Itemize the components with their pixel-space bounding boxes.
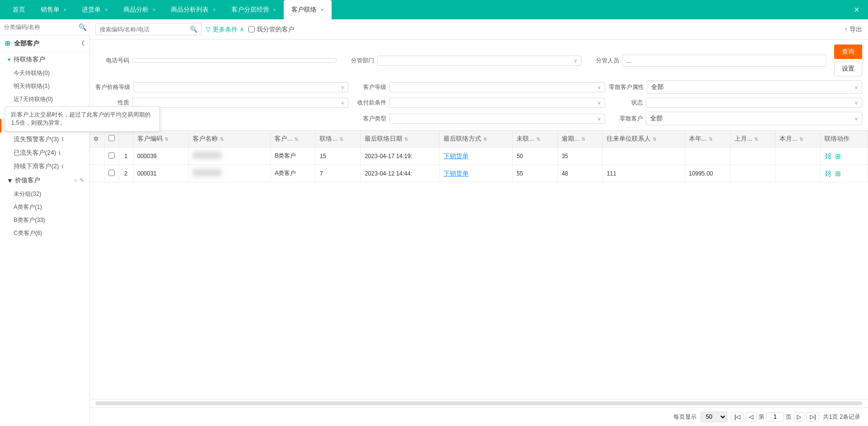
search-input[interactable] [100, 26, 188, 33]
sidebar-group-pending-title[interactable]: ▼ 待联络客户 [0, 52, 89, 67]
select-price-grade[interactable]: ∨ [133, 82, 349, 92]
nav-item-purchase[interactable]: 进货单 × [74, 0, 115, 19]
action-buttons-1: ⛓ ⊞ [824, 152, 864, 160]
action-icon-grid-2[interactable]: ⊞ [835, 170, 841, 177]
td-this-month-2 [776, 165, 821, 182]
th-last-contact-date[interactable]: 最后联络日期 ⇅ [361, 131, 440, 147]
action-icon-link-2[interactable]: ⛓ [824, 170, 831, 177]
td-last-method-2[interactable]: 下销货单 [440, 165, 513, 182]
sidebar-group-value-title[interactable]: ▼ 价值客户 ○ ✎ [0, 173, 89, 188]
sort-icon-type: ⇅ [294, 136, 298, 142]
label-customer-type: 客户类型 [352, 115, 386, 123]
select-scatter-customer[interactable]: 全部 ∨ [646, 112, 862, 125]
row-checkbox-2[interactable] [108, 170, 115, 176]
first-page-btn[interactable]: |◁ [731, 412, 744, 422]
th-gear[interactable]: ⚙ [90, 131, 104, 147]
nav-close-customer-tier[interactable]: × [273, 0, 276, 19]
select-grade[interactable]: ∨ [389, 82, 606, 92]
edit-icon[interactable]: ✎ [79, 177, 84, 184]
th-customer-code[interactable]: 客户编码 ⇅ [133, 131, 188, 147]
sidebar: 🔍 ⊞ 全部客户 《 ▼ 待联络客户 今天待联络(0) 明天待联络(1) 近7天… [0, 19, 90, 426]
sort-icon-last-month: ⇅ [754, 136, 758, 142]
window-close-button[interactable]: × [850, 5, 863, 15]
settings-button[interactable]: 设置 [834, 61, 862, 76]
th-company-contact[interactable]: 往来单位联系人 ⇅ [603, 131, 685, 147]
select-nature[interactable]: ∨ [132, 98, 349, 108]
th-this-month[interactable]: 本月... ⇅ [776, 131, 821, 147]
filter-cell-status: 状态 ∨ [609, 98, 862, 108]
last-page-btn[interactable]: ▷| [807, 412, 819, 422]
nav-item-analysis-list[interactable]: 商品分析列表 × [163, 0, 223, 19]
search-icon[interactable]: 🔍 [190, 26, 198, 33]
th-this-year[interactable]: 本年... ⇅ [685, 131, 731, 147]
sidebar-item-class-b[interactable]: B类客户(33) [0, 214, 89, 227]
sidebar-item-7days[interactable]: 近7天待联络(0) [0, 93, 89, 106]
label-nature: 性质 [95, 99, 129, 107]
sidebar-item-class-c[interactable]: C类客户(6) [0, 227, 89, 240]
select-dept[interactable]: ∨ [377, 56, 581, 66]
row-checkbox-1[interactable] [108, 152, 115, 159]
customer-name-blurred-2 [193, 169, 222, 176]
query-button[interactable]: 查询 [834, 44, 862, 59]
tooltip-box: 距客户上次交易时长，超过了此客户的平均交易周期的1.5倍，则视为异常。 [5, 106, 160, 132]
th-overdue[interactable]: 逾期... ⇅ [558, 131, 603, 147]
nav-item-customer-contact[interactable]: 客户联络 × [284, 0, 331, 19]
prev-page-btn[interactable]: ◁ [746, 412, 757, 422]
horizontal-scrollbar[interactable] [95, 401, 862, 405]
per-page-select[interactable]: 50 20 100 [700, 411, 727, 422]
sort-icon-company: ⇅ [653, 136, 656, 142]
th-last-contact-method[interactable]: 最后联络方式 ⇅ [440, 131, 513, 147]
input-phone[interactable] [132, 58, 336, 63]
sidebar-search-input[interactable] [4, 24, 76, 30]
collapse-icon[interactable]: 《 [78, 40, 84, 48]
per-page-label: 每页显示 [673, 413, 697, 421]
td-contact-2: 7 [316, 165, 361, 182]
select-all-checkbox[interactable] [108, 135, 115, 141]
action-icon-grid-1[interactable]: ⊞ [835, 152, 841, 160]
td-last-method-1[interactable]: 下销货单 [440, 147, 513, 165]
sidebar-item-class-a[interactable]: A类客户(1) [0, 201, 89, 214]
select-person[interactable]: ... [622, 55, 826, 67]
customer-table: ⚙ 客户编码 ⇅ 客户名称 [90, 131, 868, 182]
page-input[interactable] [766, 412, 784, 422]
circle-icon[interactable]: ○ [74, 177, 77, 184]
sidebar-item-churn-warning[interactable]: 流失预警客户(3) ℹ [0, 132, 89, 146]
th-last-month[interactable]: 上月... ⇅ [731, 131, 776, 147]
nav-close-analysis-list[interactable]: × [213, 0, 215, 19]
td-type-1: B类客户 [271, 147, 316, 165]
chevron-down-status: ∨ [854, 100, 858, 105]
export-button[interactable]: ↑ 导出 [845, 25, 863, 34]
nav-close-customer-contact[interactable]: × [320, 0, 323, 19]
select-customer-type[interactable]: ∨ [389, 114, 606, 124]
filter-actions: 查询 设置 [834, 44, 862, 76]
sidebar-item-ungrouped[interactable]: 未分组(32) [0, 188, 89, 201]
nav-close-purchase[interactable]: × [105, 0, 107, 19]
nav-close-sales[interactable]: × [63, 0, 66, 19]
arrow-icon-value: ▼ [7, 177, 13, 184]
nav-item-home[interactable]: 首页 [5, 0, 33, 19]
select-scatter-attr[interactable]: 全部 ∨ [647, 80, 862, 94]
edit-icons: ○ ✎ [74, 177, 84, 184]
sidebar-all-customers[interactable]: ⊞ 全部客户 《 [0, 35, 89, 52]
select-payment[interactable]: ∨ [389, 98, 606, 108]
filter-rows: 电话号码 分管部门 ∨ 分管人员 ... [90, 40, 868, 131]
my-customers-checkbox[interactable] [248, 26, 255, 32]
next-page-btn[interactable]: ▷ [793, 412, 805, 422]
th-customer-type[interactable]: 客户... ⇅ [271, 131, 316, 147]
chevron-down-price-grade: ∨ [341, 85, 344, 90]
th-customer-name[interactable]: 客户名称 ⇅ [188, 131, 271, 147]
nav-close-analysis[interactable]: × [152, 0, 155, 19]
action-icon-link-1[interactable]: ⛓ [824, 152, 831, 160]
select-status[interactable]: ∨ [646, 98, 862, 108]
sidebar-item-today[interactable]: 今天待联络(0) [0, 67, 89, 80]
th-contact[interactable]: 联络... ⇅ [316, 131, 361, 147]
nav-item-sales[interactable]: 销售单 × [33, 0, 74, 19]
nav-item-customer-tier[interactable]: 客户分层经营 × [224, 0, 284, 19]
sidebar-search-icon[interactable]: 🔍 [78, 23, 87, 31]
sidebar-item-tomorrow[interactable]: 明天待联络(1) [0, 80, 89, 93]
sidebar-item-declining[interactable]: 持续下滑客户(2) ℹ [0, 160, 89, 173]
nav-item-analysis[interactable]: 商品分析 × [116, 0, 163, 19]
more-conditions-btn[interactable]: ▽ 更多条件 ∧ [206, 25, 244, 34]
th-uncontacted[interactable]: 未联... ⇅ [513, 131, 558, 147]
sidebar-item-churned[interactable]: 已流失客户(24) ℹ [0, 146, 89, 160]
